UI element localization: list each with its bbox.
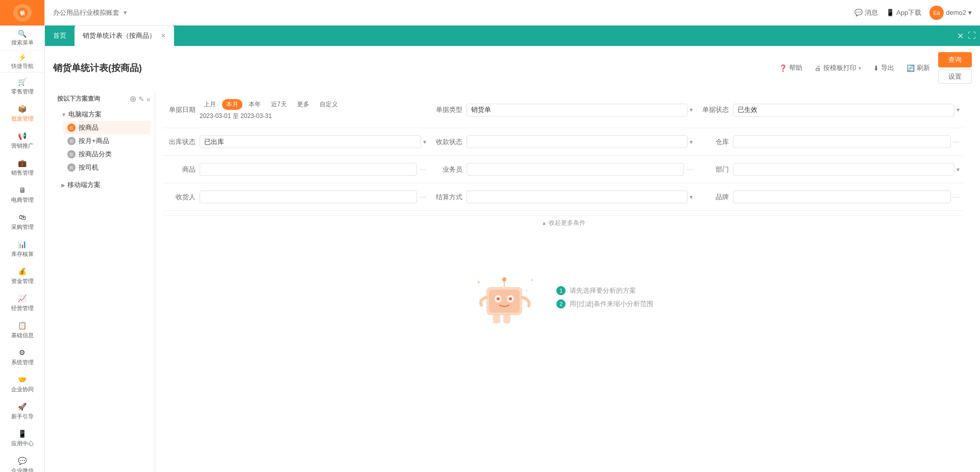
message-btn[interactable]: 💬 消息: [854, 8, 878, 17]
ecommerce-icon: 🖥: [17, 185, 28, 195]
recipient-field: ···: [200, 191, 426, 203]
product-input[interactable]: [200, 163, 417, 176]
tab-close-window-btn[interactable]: ✕: [957, 31, 964, 41]
filter-department-cell: 部门 ▾: [697, 160, 964, 179]
tab-home[interactable]: 首页: [45, 26, 75, 46]
sidebar-item-system[interactable]: ⚙ 系统管理: [0, 343, 44, 370]
sidebar-item-sales[interactable]: 💼 销售管理: [0, 154, 44, 181]
tab-sales-stat-label: 销货单统计表（按商品）: [83, 31, 156, 40]
left-panel-header: 按以下方案查询 ⊕ ✎ «: [57, 94, 151, 104]
collapse-label: 收起更多条件: [549, 219, 585, 227]
sidebar-item-wechat[interactable]: 💬 企业微信: [0, 452, 44, 472]
date-pill-this-year[interactable]: 本年: [244, 99, 265, 110]
empty-tip-1: 1 请先选择要分析的方案: [556, 286, 653, 295]
recipient-input[interactable]: [200, 191, 417, 203]
empty-tips: 1 请先选择要分析的方案 2 用[过滤]条件来缩小分析范围: [556, 286, 653, 309]
sidebar-item-purchase[interactable]: 🛍 采购管理: [0, 208, 44, 235]
docstatus-dropdown-icon[interactable]: ▾: [957, 106, 960, 113]
receiptstatus-input[interactable]: [467, 135, 688, 148]
tab-maximize-btn[interactable]: ⛶: [968, 31, 976, 40]
header-left: 办公用品行业模拟账套 ▾: [53, 8, 127, 17]
tab-sales-stat[interactable]: 销货单统计表（按商品） ✕: [75, 26, 174, 46]
collapse-left-btn[interactable]: «: [146, 95, 151, 103]
recipient-more-btn[interactable]: ···: [419, 193, 426, 202]
template-print-btn[interactable]: 🖨 按模板打印 ▾: [811, 61, 865, 75]
tree-item-by-category[interactable]: 按 按商品分类: [63, 148, 151, 161]
department-input[interactable]: [733, 163, 954, 176]
collapse-bar[interactable]: ▲ 收起更多条件: [163, 215, 964, 230]
doctype-input[interactable]: [467, 104, 688, 116]
date-pill-custom[interactable]: 自定义: [315, 99, 342, 110]
receiptstatus-dropdown-icon[interactable]: ▾: [690, 138, 693, 146]
product-more-btn[interactable]: ···: [419, 165, 426, 174]
wholesale-icon: 📦: [17, 104, 28, 114]
filter-product-cell: 商品 ···: [163, 160, 430, 179]
tip-num-1: 1: [556, 286, 566, 295]
filter-salesperson-cell: 业务员 ···: [430, 160, 697, 179]
tree-mobile-label: 移动端方案: [67, 180, 101, 190]
sidebar-quick-nav[interactable]: ⚡ 快捷导航: [0, 51, 44, 73]
date-pill-this-month[interactable]: 本月: [222, 99, 242, 110]
app-download-btn[interactable]: 📱 App下载: [886, 8, 921, 17]
date-pill-7days[interactable]: 近7天: [267, 99, 291, 110]
warehousestatus-field: ▾: [200, 135, 426, 148]
tree-expand-icon: ▼: [61, 112, 66, 117]
apps-icon: 📱: [17, 429, 28, 439]
add-scheme-btn[interactable]: ⊕: [130, 94, 136, 104]
settings-btn[interactable]: 设置: [938, 69, 972, 84]
sidebar-item-marketing[interactable]: 📢 营销推广: [0, 127, 44, 154]
sidebar-item-finance[interactable]: 💰 资金管理: [0, 262, 44, 289]
payment-dropdown-icon[interactable]: ▾: [690, 194, 693, 201]
tree-item-by-product[interactable]: 按 按商品: [63, 121, 151, 134]
tab-close-btn[interactable]: ✕: [161, 32, 166, 39]
user-profile[interactable]: Ea demo2 ▾: [929, 6, 972, 20]
sidebar-item-ecommerce[interactable]: 🖥 电商管理: [0, 181, 44, 208]
department-label: 部门: [701, 165, 729, 174]
svg-text:畅: 畅: [20, 10, 25, 16]
by-month-product-icon: 按: [67, 137, 76, 145]
sidebar-item-inventory[interactable]: 📊 库存核算: [0, 235, 44, 262]
warehouse-input[interactable]: [733, 135, 950, 148]
tree-item-by-month-product[interactable]: 按 按月+商品: [63, 134, 151, 148]
dropdown-arrow-icon[interactable]: ▾: [124, 9, 127, 16]
sidebar-item-newbie[interactable]: 🚀 新手引导: [0, 397, 44, 424]
docstatus-input[interactable]: [733, 104, 954, 116]
sidebar-item-retail[interactable]: 🛒 零售管理: [0, 73, 44, 100]
date-pill-last-month[interactable]: 上月: [200, 99, 220, 110]
query-btn[interactable]: 查询: [938, 52, 972, 67]
system-icon: ⚙: [17, 347, 28, 358]
salesperson-more-btn[interactable]: ···: [686, 165, 693, 174]
tree-desktop-group[interactable]: ▼ 电脑端方案: [57, 108, 151, 121]
tree-mobile-group[interactable]: ▶ 移动端方案: [57, 178, 151, 192]
sidebar-search-menu[interactable]: 🔍 搜索菜单: [0, 26, 44, 51]
edit-scheme-btn[interactable]: ✎: [138, 95, 144, 103]
svg-rect-3: [489, 290, 520, 313]
by-cashier-icon: 按: [67, 163, 76, 172]
warehouse-more-btn[interactable]: ···: [953, 137, 960, 147]
sidebar-item-apps[interactable]: 📱 应用中心: [0, 424, 44, 452]
payment-input[interactable]: [467, 191, 688, 203]
sidebar-item-enterprise[interactable]: 🤝 企业协同: [0, 370, 44, 397]
tree-item-by-cashier[interactable]: 按 按司机: [63, 161, 151, 174]
page: 销货单统计表(按商品) ❓ 帮助 🖨 按模板打印 ▾ ⬇ 导出: [45, 46, 980, 472]
svg-text:✦: ✦: [476, 279, 481, 286]
filter-brand-cell: 品牌 ···: [697, 187, 964, 206]
sidebar-item-basic[interactable]: 📋 基础信息: [0, 316, 44, 343]
refresh-btn[interactable]: 🔄 刷新: [902, 61, 934, 75]
sidebar-item-operations[interactable]: 📈 经营管理: [0, 289, 44, 316]
export-btn[interactable]: ⬇ 导出: [869, 61, 898, 75]
help-btn[interactable]: ❓ 帮助: [775, 61, 806, 75]
salesperson-input[interactable]: [467, 163, 684, 176]
department-dropdown-icon[interactable]: ▾: [957, 166, 960, 173]
date-pill-more[interactable]: 更多: [293, 99, 313, 110]
warehousestatus-input[interactable]: [200, 135, 421, 148]
brand-more-btn[interactable]: ···: [953, 193, 960, 202]
warehousestatus-dropdown-icon[interactable]: ▾: [423, 138, 426, 146]
sidebar-item-wholesale[interactable]: 📦 批发管理: [0, 100, 44, 127]
doctype-dropdown-icon[interactable]: ▾: [690, 106, 693, 113]
header-actions: ❓ 帮助 🖨 按模板打印 ▾ ⬇ 导出 🔄 刷新: [775, 52, 972, 84]
filter-row-1: 单据日期 上月 本月 本年 近7天 更多 自定义 20: [163, 96, 964, 128]
brand-input[interactable]: [733, 191, 950, 203]
warehouse-field: ···: [733, 135, 960, 148]
refresh-icon: 🔄: [906, 64, 915, 72]
